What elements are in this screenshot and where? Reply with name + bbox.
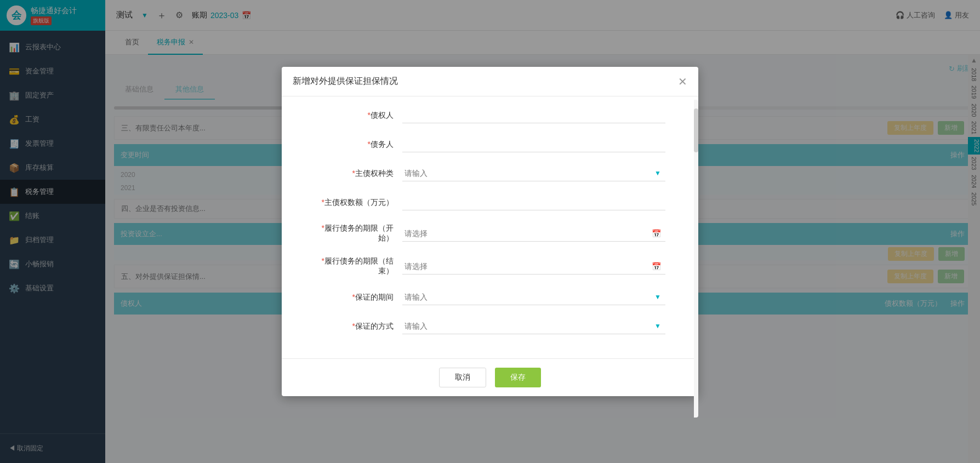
- dialog-title: 新增对外提供保证担保情况: [293, 76, 398, 87]
- field-guarantee-period: *保证的期间 ▼: [315, 289, 665, 305]
- date-duty-start-input[interactable]: [402, 226, 647, 241]
- label-debtor: *债务人: [315, 140, 402, 150]
- label-debt-amount: *主债权数额（万元）: [315, 198, 402, 208]
- dialog-body: *债权人 *债务人 *主债权种类 ▼ *主债权数额（万元）: [282, 96, 698, 358]
- field-duty-start: *履行债务的期限（开始） 📅: [315, 224, 665, 243]
- calendar-icon-duty-start[interactable]: 📅: [647, 229, 665, 238]
- dialog-scrollbar-track[interactable]: [694, 100, 698, 418]
- label-duty-end: *履行债务的期限（结束）: [315, 256, 402, 276]
- select-guarantee-period-wrapper[interactable]: ▼: [402, 289, 665, 305]
- input-debt-amount[interactable]: [402, 195, 665, 210]
- field-debt-amount: *主债权数额（万元）: [315, 195, 665, 210]
- chevron-down-icon-debt-type: ▼: [650, 169, 665, 177]
- dialog-close-button[interactable]: ✕: [678, 76, 687, 87]
- label-creditor: *债权人: [315, 111, 402, 121]
- select-debt-type-input[interactable]: [402, 165, 650, 181]
- label-duty-start: *履行债务的期限（开始）: [315, 224, 402, 243]
- date-duty-end-wrapper[interactable]: 📅: [402, 259, 665, 275]
- cancel-button[interactable]: 取消: [439, 368, 486, 387]
- input-creditor[interactable]: [402, 107, 665, 123]
- date-duty-end-input[interactable]: [402, 259, 647, 274]
- dialog-footer: 取消 保存: [282, 358, 698, 396]
- select-debt-type-wrapper[interactable]: ▼: [402, 165, 665, 181]
- field-debt-type: *主债权种类 ▼: [315, 165, 665, 181]
- select-guarantee-method-wrapper[interactable]: ▼: [402, 318, 665, 334]
- chevron-down-icon-guarantee-period: ▼: [650, 293, 665, 301]
- dialog-overlay: 新增对外提供保证担保情况 ✕ *债权人 *债务人 *主债权种类: [0, 0, 980, 463]
- dialog: 新增对外提供保证担保情况 ✕ *债权人 *债务人 *主债权种类: [282, 67, 698, 396]
- select-guarantee-period-input[interactable]: [402, 289, 650, 305]
- field-debtor: *债务人: [315, 136, 665, 152]
- field-creditor: *债权人: [315, 107, 665, 123]
- dialog-scrollbar-thumb: [694, 108, 698, 152]
- save-button[interactable]: 保存: [495, 368, 541, 387]
- field-duty-end: *履行债务的期限（结束） 📅: [315, 256, 665, 276]
- calendar-icon-duty-end[interactable]: 📅: [647, 262, 665, 271]
- dialog-header: 新增对外提供保证担保情况 ✕: [282, 67, 698, 96]
- label-guarantee-period: *保证的期间: [315, 293, 402, 302]
- input-debtor[interactable]: [402, 136, 665, 152]
- chevron-down-icon-guarantee-method: ▼: [650, 322, 665, 330]
- select-guarantee-method-input[interactable]: [402, 318, 650, 334]
- date-duty-start-wrapper[interactable]: 📅: [402, 226, 665, 242]
- label-debt-type: *主债权种类: [315, 169, 402, 179]
- field-guarantee-method: *保证的方式 ▼: [315, 318, 665, 334]
- label-guarantee-method: *保证的方式: [315, 322, 402, 331]
